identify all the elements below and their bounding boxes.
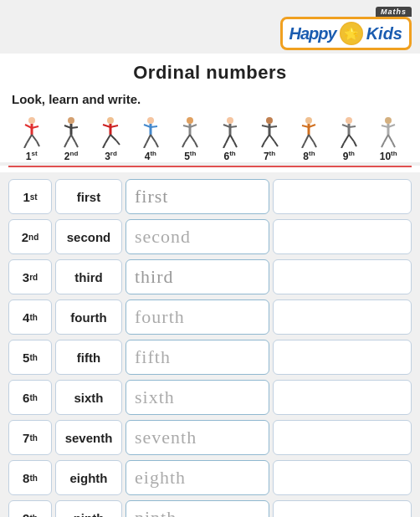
ordinal-write-9[interactable]: [273, 500, 412, 517]
svg-line-12: [67, 135, 71, 142]
svg-line-11: [71, 127, 78, 128]
ordinal-trace-5[interactable]: fifth: [125, 340, 269, 375]
runner-10: 10th: [375, 116, 402, 162]
runner-2: 2nd: [58, 116, 85, 162]
runner-label-7: 7th: [264, 150, 275, 162]
trace-text-4: fourth: [135, 306, 185, 328]
trace-text-9: ninth: [135, 507, 177, 517]
ordinal-number-3: 3rd: [8, 259, 52, 294]
ordinal-write-4[interactable]: [273, 299, 412, 335]
table-row: 9th ninth ninth: [8, 500, 412, 517]
ordinal-write-6[interactable]: [273, 380, 412, 415]
svg-line-6: [24, 143, 27, 148]
runner-label-8: 8th: [303, 150, 315, 162]
ordinal-word-2: second: [55, 219, 122, 254]
ordinal-word-1: first: [55, 179, 122, 214]
svg-line-31: [156, 142, 158, 147]
svg-line-69: [349, 135, 354, 141]
ordinal-trace-8[interactable]: eighth: [125, 460, 269, 495]
runner-8: 8th: [295, 116, 322, 162]
svg-line-14: [64, 142, 67, 147]
svg-line-38: [182, 142, 185, 147]
svg-point-32: [187, 117, 193, 124]
runner-label-9: 9th: [343, 150, 355, 162]
ordinal-number-2: 2nd: [8, 219, 52, 254]
table-row: 2nd second second: [8, 219, 412, 254]
ordinal-write-3[interactable]: [273, 259, 412, 294]
runner-label-2: 2nd: [64, 150, 78, 162]
trace-text-5: fifth: [135, 346, 171, 368]
ordinal-trace-2[interactable]: second: [125, 219, 269, 254]
runners-section: 1st 2nd: [0, 111, 420, 162]
logo-box: Happy 🌟 Kids: [280, 17, 412, 50]
svg-line-44: [226, 135, 230, 143]
ordinal-word-8: eighth: [55, 460, 122, 495]
svg-line-22: [103, 143, 105, 148]
svg-line-53: [269, 135, 274, 141]
svg-line-60: [305, 135, 309, 143]
ordinal-trace-3[interactable]: third: [125, 259, 269, 294]
svg-line-7: [37, 141, 39, 146]
runner-1: 1st: [18, 116, 45, 162]
ordinal-number-9: 9th: [8, 500, 52, 517]
svg-point-56: [305, 117, 312, 124]
runner-4: 4th: [137, 116, 164, 162]
svg-point-40: [227, 117, 233, 124]
svg-line-4: [27, 135, 32, 143]
svg-line-54: [262, 142, 264, 147]
maths-badge: Maths: [376, 7, 412, 17]
svg-line-67: [349, 126, 356, 127]
ordinal-number-5: 5th: [8, 340, 52, 375]
table-row: 6th sixth sixth: [8, 380, 412, 415]
svg-line-29: [151, 135, 156, 142]
runner-7: 7th: [256, 116, 283, 162]
svg-line-47: [234, 142, 237, 147]
table-row: 1st first first: [8, 179, 412, 214]
logo-area: Maths Happy 🌟 Kids: [280, 7, 412, 50]
svg-point-8: [68, 117, 74, 124]
runner-5: 5th: [177, 116, 203, 162]
runner-6: 6th: [217, 116, 243, 162]
runner-label-6: 6th: [224, 150, 236, 162]
svg-line-37: [190, 135, 195, 142]
svg-line-23: [116, 141, 120, 145]
svg-line-63: [314, 142, 316, 147]
instruction: Look, learn and write.: [0, 89, 420, 111]
ordinal-trace-7[interactable]: seventh: [125, 420, 269, 455]
runner-label-3: 3rd: [105, 150, 117, 162]
ordinal-trace-9[interactable]: ninth: [125, 500, 269, 517]
ordinal-write-2[interactable]: [273, 219, 412, 254]
table-row: 5th fifth fifth: [8, 340, 412, 375]
runner-label-4: 4th: [145, 150, 156, 162]
main-title: Ordinal numbers: [0, 62, 420, 84]
ordinal-word-7: seventh: [55, 420, 122, 455]
ordinal-write-7[interactable]: [273, 420, 412, 455]
ordinal-word-9: ninth: [55, 500, 122, 517]
ordinal-number-6: 6th: [8, 380, 52, 415]
svg-point-16: [107, 117, 114, 124]
ordinal-trace-4[interactable]: fourth: [125, 299, 269, 335]
runner-9: 9th: [335, 116, 362, 162]
svg-point-0: [28, 117, 35, 124]
table-row: 4th fourth fourth: [8, 299, 412, 335]
trace-text-1: first: [135, 186, 168, 207]
ordinal-number-8: 8th: [8, 460, 52, 495]
ordinal-word-5: fifth: [55, 340, 122, 375]
ordinal-word-3: third: [55, 259, 122, 294]
svg-line-51: [269, 126, 277, 127]
ordinal-write-1[interactable]: [273, 179, 412, 214]
svg-line-76: [384, 135, 388, 142]
logo-kids: Kids: [366, 24, 402, 44]
ordinal-word-6: sixth: [55, 380, 122, 415]
ordinal-write-5[interactable]: [273, 340, 412, 375]
ordinal-number-1: 1st: [8, 179, 52, 214]
ordinal-trace-1[interactable]: first: [125, 179, 269, 214]
svg-line-13: [71, 135, 75, 142]
trace-text-7: seventh: [135, 427, 197, 448]
trace-text-3: third: [135, 266, 174, 288]
ordinal-write-8[interactable]: [273, 460, 412, 495]
svg-line-62: [302, 143, 305, 148]
ordinal-trace-6[interactable]: sixth: [125, 380, 269, 415]
runner-3: 3rd: [97, 116, 124, 162]
svg-line-15: [75, 142, 78, 147]
